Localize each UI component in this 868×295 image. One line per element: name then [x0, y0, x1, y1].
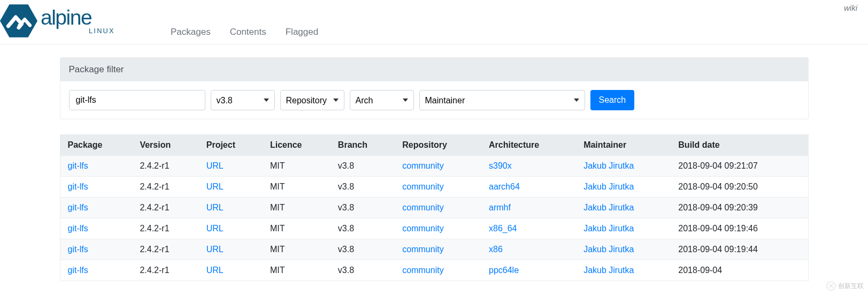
repository-link[interactable]: community — [402, 182, 443, 191]
repository-link[interactable]: community — [402, 224, 443, 233]
project-link[interactable]: URL — [206, 245, 224, 254]
cell-branch: v3.8 — [331, 260, 395, 281]
cell-licence: MIT — [263, 198, 331, 218]
maintainer-select[interactable]: Maintainer — [419, 90, 585, 110]
alpine-wordmark-icon: alpine LINUX — [41, 4, 145, 40]
project-link[interactable]: URL — [206, 266, 224, 275]
col-version: Version — [132, 135, 198, 156]
cell-licence: MIT — [263, 156, 331, 177]
svg-text:alpine: alpine — [41, 6, 91, 29]
arch-select[interactable]: Arch — [350, 90, 414, 110]
package-link[interactable]: git-lfs — [68, 161, 88, 170]
nav-contents[interactable]: Contents — [220, 27, 276, 44]
cell-build-date: 2018-09-04 09:19:46 — [671, 218, 808, 239]
cell-licence: MIT — [263, 239, 331, 260]
col-repository: Repository — [395, 135, 481, 156]
architecture-link[interactable]: x86 — [489, 245, 503, 254]
repository-link[interactable]: community — [402, 245, 443, 254]
cell-licence: MIT — [263, 260, 331, 281]
package-link[interactable]: git-lfs — [68, 224, 88, 233]
packages-table: Package Version Project Licence Branch R… — [60, 134, 809, 281]
package-name-input[interactable] — [69, 90, 205, 110]
table-header-row: Package Version Project Licence Branch R… — [60, 135, 808, 156]
package-link[interactable]: git-lfs — [68, 245, 88, 254]
col-build-date: Build date — [671, 135, 808, 156]
architecture-link[interactable]: armhf — [489, 203, 511, 212]
repository-link[interactable]: community — [402, 161, 443, 170]
cell-branch: v3.8 — [331, 156, 395, 177]
maintainer-link[interactable]: Jakub Jirutka — [583, 203, 634, 212]
nav-flagged[interactable]: Flagged — [276, 27, 328, 44]
table-row: git-lfs2.4.2-r1URLMITv3.8communityx86_64… — [60, 218, 808, 239]
cell-version: 2.4.2-r1 — [132, 218, 198, 239]
filter-panel: Package filter v3.8 Repository Arch Main… — [60, 57, 809, 119]
main-nav: Packages Contents Flagged — [161, 0, 328, 44]
maintainer-link[interactable]: Jakub Jirutka — [583, 182, 634, 191]
cell-build-date: 2018-09-04 09:20:50 — [671, 177, 808, 198]
wiki-link[interactable]: wiki — [844, 0, 857, 12]
repository-link[interactable]: community — [402, 203, 443, 212]
col-project: Project — [199, 135, 263, 156]
table-row: git-lfs2.4.2-r1URLMITv3.8communitys390xJ… — [60, 156, 808, 177]
version-select[interactable]: v3.8 — [211, 90, 275, 110]
top-bar: alpine LINUX Packages Contents Flagged w… — [0, 0, 868, 44]
cell-build-date: 2018-09-04 09:19:44 — [671, 239, 808, 260]
package-link[interactable]: git-lfs — [68, 203, 88, 212]
cell-licence: MIT — [263, 177, 331, 198]
col-licence: Licence — [263, 135, 331, 156]
cell-licence: MIT — [263, 218, 331, 239]
col-architecture: Architecture — [481, 135, 576, 156]
project-link[interactable]: URL — [206, 161, 224, 170]
cell-version: 2.4.2-r1 — [132, 177, 198, 198]
table-row: git-lfs2.4.2-r1URLMITv3.8communityppc64l… — [60, 260, 808, 281]
cell-branch: v3.8 — [331, 218, 395, 239]
nav-packages[interactable]: Packages — [161, 27, 220, 44]
col-package: Package — [60, 135, 132, 156]
cell-build-date: 2018-09-04 09:20:39 — [671, 198, 808, 218]
cell-version: 2.4.2-r1 — [132, 239, 198, 260]
architecture-link[interactable]: x86_64 — [489, 224, 517, 233]
svg-text:LINUX: LINUX — [89, 27, 115, 35]
cell-build-date: 2018-09-04 09:21:07 — [671, 156, 808, 177]
cell-branch: v3.8 — [331, 198, 395, 218]
package-link[interactable]: git-lfs — [68, 266, 88, 275]
table-row: git-lfs2.4.2-r1URLMITv3.8communityx86Jak… — [60, 239, 808, 260]
cell-version: 2.4.2-r1 — [132, 198, 198, 218]
cell-branch: v3.8 — [331, 177, 395, 198]
repository-link[interactable]: community — [402, 266, 443, 275]
package-link[interactable]: git-lfs — [68, 182, 88, 191]
maintainer-link[interactable]: Jakub Jirutka — [583, 245, 634, 254]
project-link[interactable]: URL — [206, 224, 224, 233]
architecture-link[interactable]: s390x — [489, 161, 512, 170]
alpine-hex-icon — [0, 4, 37, 40]
brand-logo[interactable]: alpine LINUX — [0, 0, 145, 44]
cell-version: 2.4.2-r1 — [132, 260, 198, 281]
maintainer-link[interactable]: Jakub Jirutka — [583, 224, 634, 233]
maintainer-link[interactable]: Jakub Jirutka — [583, 161, 634, 170]
architecture-link[interactable]: ppc64le — [489, 266, 519, 275]
cell-branch: v3.8 — [331, 239, 395, 260]
cell-version: 2.4.2-r1 — [132, 156, 198, 177]
maintainer-link[interactable]: Jakub Jirutka — [583, 266, 634, 275]
repository-select[interactable]: Repository — [280, 90, 344, 110]
filter-panel-title: Package filter — [60, 58, 808, 81]
project-link[interactable]: URL — [206, 203, 224, 212]
project-link[interactable]: URL — [206, 182, 224, 191]
search-button[interactable]: Search — [590, 90, 635, 110]
col-maintainer: Maintainer — [576, 135, 671, 156]
col-branch: Branch — [331, 135, 395, 156]
table-row: git-lfs2.4.2-r1URLMITv3.8communityarmhfJ… — [60, 198, 808, 218]
cell-build-date: 2018-09-04 — [671, 260, 808, 281]
table-row: git-lfs2.4.2-r1URLMITv3.8communityaarch6… — [60, 177, 808, 198]
architecture-link[interactable]: aarch64 — [489, 182, 520, 191]
